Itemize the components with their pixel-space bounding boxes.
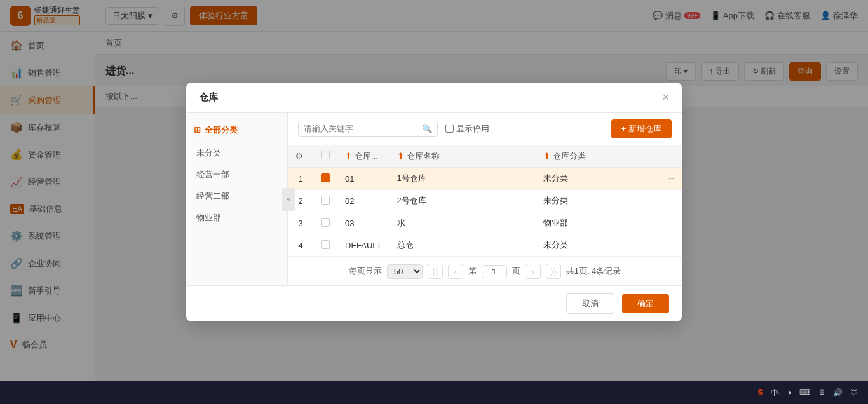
status-bar: S 中· ♦ ⌨ 🖥 🔊 🛡: [0, 381, 868, 404]
last-page-button[interactable]: ⟩⟩: [546, 264, 561, 279]
select-all-checkbox[interactable]: [321, 151, 330, 159]
row-select-checkbox[interactable]: [321, 196, 330, 205]
modal-body: ⊞ 全部分类 未分类 经营一部 经营二部 物业部 « �: [186, 113, 682, 286]
page-number-input[interactable]: [482, 265, 507, 278]
table-row: 2 02 2号仓库 未分类: [288, 190, 682, 212]
modal-footer: 取消 确定: [186, 285, 682, 321]
row-select-checkbox[interactable]: [321, 240, 330, 249]
th-code: ⬆仓库...: [337, 145, 390, 168]
th-category: ⬆仓库分类: [536, 145, 682, 168]
table-body: 1 01 1号仓库 未分类 ··· 2 02 2号仓库 未分类 3 03 水 物…: [288, 167, 682, 257]
row-name: 水: [390, 212, 536, 234]
category-item-property[interactable]: 物业部: [186, 207, 287, 229]
status-monitor: 🖥: [818, 388, 825, 397]
row-name: 2号仓库: [390, 190, 536, 212]
category-item-unclassified[interactable]: 未分类: [186, 142, 287, 164]
table-row: 4 DEFAULT 总仓 未分类: [288, 234, 682, 257]
row-code: 02: [337, 190, 390, 212]
table-header-row: ⚙ ⬆仓库... ⬆仓库名称: [288, 145, 682, 168]
first-page-button[interactable]: ⟨⟨: [428, 264, 443, 279]
row-checkbox[interactable]: [313, 190, 337, 212]
all-category-item[interactable]: ⊞ 全部分类: [186, 119, 287, 142]
row-action-dots[interactable]: ···: [667, 173, 674, 183]
row-name: 1号仓库: [390, 167, 536, 190]
modal-close-button[interactable]: ×: [662, 91, 669, 103]
th-name: ⬆仓库名称: [390, 145, 536, 168]
row-select-checkbox[interactable]: [321, 218, 330, 227]
category-panel: ⊞ 全部分类 未分类 经营一部 经营二部 物业部 «: [186, 113, 288, 286]
search-icon: 🔍: [422, 124, 432, 133]
sort-icon-code: ⬆: [345, 151, 352, 161]
row-category: 未分类 ···: [536, 168, 682, 190]
table-row: 3 03 水 物业部: [288, 212, 682, 234]
row-num: 1: [288, 167, 313, 190]
status-diamond: ♦: [788, 388, 792, 397]
row-checkbox[interactable]: [313, 234, 337, 257]
settings-col-icon: ⚙: [295, 151, 303, 161]
th-settings: ⚙: [288, 145, 313, 168]
cancel-button[interactable]: 取消: [566, 293, 614, 314]
search-box: 🔍: [298, 121, 438, 137]
row-checkbox[interactable]: [313, 167, 337, 190]
row-category: 未分类: [536, 190, 682, 212]
category-item-ops2[interactable]: 经营二部: [186, 185, 287, 207]
table-toolbar: 🔍 显示停用 + 新增仓库: [288, 113, 682, 145]
status-volume: 🔊: [833, 388, 843, 397]
modal-header: 仓库 ×: [186, 83, 682, 113]
modal-overlay: 仓库 × ⊞ 全部分类 未分类 经营一部 经营二部 物业部 «: [0, 0, 868, 404]
modal-title: 仓库: [199, 91, 218, 104]
row-code: 01: [337, 167, 390, 190]
table-scroll: ⚙ ⬆仓库... ⬆仓库名称: [288, 145, 682, 257]
row-category: 未分类: [536, 234, 682, 257]
search-input[interactable]: [304, 124, 419, 133]
row-checkbox[interactable]: [313, 212, 337, 234]
status-keyboard: ⌨: [799, 388, 810, 397]
row-num: 4: [288, 234, 313, 257]
table-row: 1 01 1号仓库 未分类 ···: [288, 167, 682, 190]
confirm-button[interactable]: 确定: [622, 294, 669, 313]
per-page-select[interactable]: 50 100 200: [387, 264, 423, 279]
sort-icon-category: ⬆: [543, 151, 550, 161]
grid-icon: ⊞: [194, 125, 201, 135]
sort-icon-name: ⬆: [397, 151, 404, 161]
row-select-checkbox[interactable]: [321, 173, 330, 182]
th-checkbox: [313, 145, 337, 168]
collapse-panel-button[interactable]: «: [282, 188, 295, 211]
prev-page-button[interactable]: ‹: [448, 264, 463, 279]
show-disabled-checkbox[interactable]: [445, 125, 454, 133]
row-code: DEFAULT: [337, 234, 390, 257]
table-panel: 🔍 显示停用 + 新增仓库: [288, 113, 682, 286]
show-disabled-label[interactable]: 显示停用: [445, 123, 489, 135]
row-name: 总仓: [390, 234, 536, 257]
status-lang: 中·: [771, 387, 780, 398]
new-warehouse-button[interactable]: + 新增仓库: [611, 119, 672, 138]
row-num: 3: [288, 212, 313, 234]
warehouse-table: ⚙ ⬆仓库... ⬆仓库名称: [288, 145, 682, 257]
status-s: S: [758, 388, 763, 397]
next-page-button[interactable]: ›: [526, 264, 541, 279]
status-shield: 🛡: [850, 388, 858, 397]
pagination-bar: 每页显示 50 100 200 ⟨⟨ ‹ 第 页 › ⟩⟩ 共1页, 4条记录: [288, 257, 682, 285]
row-category: 物业部: [536, 212, 682, 234]
warehouse-modal: 仓库 × ⊞ 全部分类 未分类 经营一部 经营二部 物业部 «: [186, 83, 682, 322]
row-code: 03: [337, 212, 390, 234]
category-item-ops1[interactable]: 经营一部: [186, 164, 287, 185]
